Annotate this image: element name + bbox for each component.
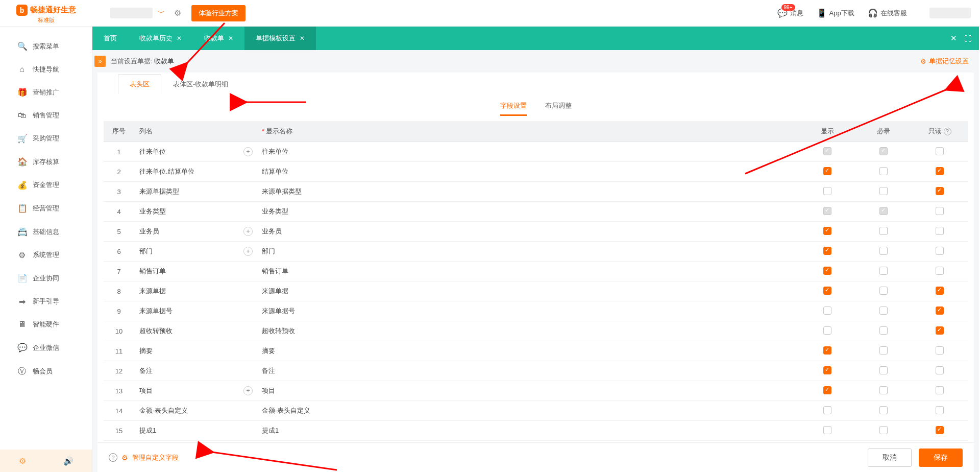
row-display[interactable]: 项目 [257, 381, 799, 401]
checkbox[interactable] [936, 267, 944, 275]
checkbox[interactable] [936, 247, 944, 255]
checkbox[interactable] [879, 287, 888, 295]
checkbox[interactable] [823, 366, 831, 374]
checkbox[interactable] [936, 406, 944, 414]
table-scroll[interactable]: 序号 列名 *显示名称 显示 必录 只读? 1往来单位+往来单位2往来单位.结算… [97, 121, 974, 442]
panel-tab-0[interactable]: 表头区 [118, 74, 161, 94]
nav-item-12[interactable]: 🖥智能硬件 [0, 313, 92, 336]
checkbox[interactable] [879, 267, 888, 275]
tab-3[interactable]: 单据模板设置✕ [244, 27, 316, 50]
messages-link[interactable]: 99+ 💬 消息 [777, 8, 803, 18]
nav-item-0[interactable]: 🔍搜索菜单 [0, 35, 92, 58]
checkbox[interactable] [936, 426, 944, 434]
checkbox[interactable] [936, 147, 944, 155]
checkbox[interactable] [936, 167, 944, 175]
checkbox[interactable] [936, 366, 944, 374]
save-button[interactable]: 保存 [919, 449, 963, 467]
checkbox[interactable] [879, 167, 888, 175]
manage-custom-fields-link[interactable]: 管理自定义字段 [132, 453, 179, 462]
row-display[interactable]: 摘要 [257, 341, 799, 361]
plus-icon[interactable]: + [243, 227, 253, 236]
checkbox[interactable] [823, 247, 831, 255]
nav-item-10[interactable]: 📄企业协同 [0, 267, 92, 290]
checkbox[interactable] [936, 306, 944, 315]
close-icon[interactable]: ✕ [300, 35, 305, 42]
row-display[interactable]: 来源单据号 [257, 301, 799, 321]
help-icon[interactable]: ? [109, 453, 117, 462]
checkbox[interactable] [823, 167, 831, 175]
row-display[interactable]: 业务员 [257, 222, 799, 242]
nav-item-1[interactable]: ⌂快捷导航 [0, 58, 92, 81]
checkbox[interactable] [823, 426, 831, 434]
row-display[interactable]: 来源单据 [257, 281, 799, 301]
row-display[interactable]: 部门 [257, 242, 799, 262]
checkbox[interactable] [823, 406, 831, 414]
nav-item-11[interactable]: ➡新手引导 [0, 290, 92, 314]
nav-item-5[interactable]: 🏠库存核算 [0, 150, 92, 174]
checkbox[interactable] [936, 346, 944, 355]
checkbox[interactable] [823, 227, 831, 235]
nav-item-2[interactable]: 🎁营销推广 [0, 81, 92, 104]
support-link[interactable]: 🎧 在线客服 [868, 8, 907, 18]
nav-item-9[interactable]: ⚙系统管理 [0, 243, 92, 267]
checkbox[interactable] [879, 426, 888, 434]
row-display[interactable]: 销售订单 [257, 262, 799, 281]
row-display[interactable]: 业务类型 [257, 202, 799, 222]
checkbox[interactable] [823, 267, 831, 275]
nav-item-7[interactable]: 📋经营管理 [0, 197, 92, 220]
nav-item-3[interactable]: 🛍销售管理 [0, 104, 92, 127]
checkbox[interactable] [879, 187, 888, 195]
memory-settings-link[interactable]: ⚙ 单据记忆设置 [920, 57, 969, 66]
tab-close-all-icon[interactable]: ✕ [950, 34, 957, 43]
checkbox[interactable] [879, 346, 888, 355]
sub-tab-1[interactable]: 布局调整 [545, 101, 572, 116]
settings-icon[interactable]: ⚙ [174, 8, 181, 18]
checkbox[interactable] [936, 386, 944, 394]
checkbox[interactable] [823, 287, 831, 295]
collapse-toggle[interactable]: » [94, 56, 106, 67]
footer-sound-icon[interactable]: 🔊 [63, 456, 74, 466]
row-display[interactable]: 结算单位 [257, 162, 799, 182]
nav-item-13[interactable]: 💬企业微信 [0, 336, 92, 360]
row-display[interactable]: 超收转预收 [257, 321, 799, 341]
checkbox[interactable] [879, 247, 888, 255]
sub-tab-0[interactable]: 字段设置 [500, 101, 527, 116]
panel-tab-1[interactable]: 表体区-收款单明细 [161, 74, 240, 94]
checkbox[interactable] [936, 287, 944, 295]
checkbox[interactable] [879, 227, 888, 235]
checkbox[interactable] [879, 366, 888, 374]
plus-icon[interactable]: + [243, 147, 253, 156]
row-display[interactable]: 往来单位 [257, 142, 799, 162]
close-icon[interactable]: ✕ [228, 35, 233, 42]
nav-item-14[interactable]: Ⓥ畅会员 [0, 359, 92, 384]
checkbox[interactable] [879, 406, 888, 414]
nav-item-8[interactable]: 📇基础信息 [0, 220, 92, 244]
plus-icon[interactable]: + [243, 247, 253, 256]
tab-0[interactable]: 首页 [92, 27, 128, 50]
row-display[interactable]: 金额-表头自定义 [257, 401, 799, 421]
row-display[interactable]: 来源单据类型 [257, 182, 799, 202]
row-display[interactable]: 备注 [257, 361, 799, 381]
app-download-link[interactable]: 📱 App下载 [817, 8, 854, 18]
tab-2[interactable]: 收款单✕ [193, 27, 244, 50]
checkbox[interactable] [879, 386, 888, 394]
checkbox[interactable] [879, 326, 888, 335]
close-icon[interactable]: ✕ [177, 35, 182, 42]
nav-item-4[interactable]: 🛒采购管理 [0, 127, 92, 150]
help-icon[interactable]: ? [944, 128, 951, 135]
checkbox[interactable] [823, 346, 831, 355]
checkbox[interactable] [823, 187, 831, 195]
footer-gear-icon[interactable]: ⚙ [19, 456, 26, 466]
try-industry-button[interactable]: 体验行业方案 [191, 5, 246, 21]
cancel-button[interactable]: 取消 [868, 449, 912, 467]
checkbox[interactable] [936, 227, 944, 235]
checkbox[interactable] [936, 207, 944, 215]
user-block[interactable]: user [929, 8, 971, 18]
checkbox[interactable] [823, 386, 831, 394]
checkbox[interactable] [936, 326, 944, 335]
row-display[interactable]: 提成1 [257, 421, 799, 441]
plus-icon[interactable]: + [243, 386, 253, 395]
checkbox[interactable] [823, 306, 831, 315]
checkbox[interactable] [879, 306, 888, 315]
nav-item-6[interactable]: 💰资金管理 [0, 174, 92, 197]
